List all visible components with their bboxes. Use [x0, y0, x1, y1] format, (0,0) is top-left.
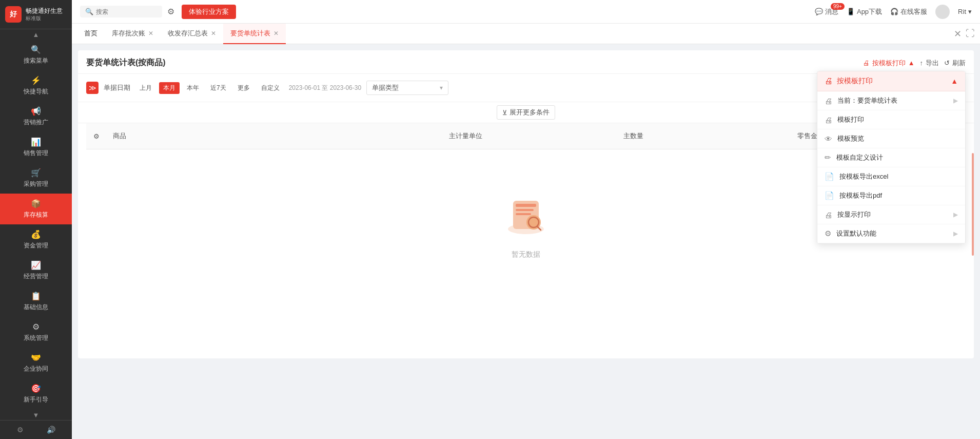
- sidebar-logo: 好 畅捷通好生意 标准版: [0, 0, 72, 29]
- date-btn-this-month[interactable]: 本月: [159, 82, 180, 94]
- sidebar: 好 畅捷通好生意 标准版 ▲ 🔍 搜索菜单 ⚡ 快捷导航 📢 营销推广 📊 销售…: [0, 0, 72, 439]
- topbar-search-box[interactable]: 🔍: [80, 6, 162, 17]
- sidebar-item-shortcut[interactable]: ⚡ 快捷导航: [0, 70, 72, 101]
- inventory-icon: 📦: [31, 199, 41, 208]
- topbar-username[interactable]: Rit ▾: [958, 8, 972, 15]
- sidebar-item-finance[interactable]: 💰 资金管理: [0, 224, 72, 255]
- template-print-item-label: 模板打印: [837, 115, 958, 124]
- sidebar-item-newbie[interactable]: 🎯 新手引导: [0, 378, 72, 409]
- tab-order-stat-close-icon[interactable]: ✕: [273, 30, 279, 37]
- sidebar-item-sales[interactable]: 📊 销售管理: [0, 132, 72, 163]
- sidebar-scroll-up[interactable]: ▲: [0, 29, 72, 40]
- date-options: 上月 本月 本年 近7天 更多 自定义 2023-06-01 至 2023-06…: [135, 82, 361, 94]
- tabs-close-icon[interactable]: ✕: [954, 28, 962, 40]
- topbar: 🔍 ⚙ 体验行业方案 💬 消息 99+ 📱 App下载 🎧 在线客服: [72, 0, 980, 24]
- topbar-app-download[interactable]: 📱 App下载: [847, 7, 882, 16]
- tab-receivable-summary[interactable]: 收发存汇总表 ✕: [161, 24, 223, 44]
- sidebar-item-purchase-label: 采购管理: [24, 180, 48, 188]
- sidebar-nav: 🔍 搜索菜单 ⚡ 快捷导航 📢 营销推广 📊 销售管理 🛒 采购管理 📦 库存核…: [0, 40, 72, 410]
- export-excel-icon: 📄: [825, 172, 834, 181]
- logo-title: 畅捷通好生意: [26, 7, 63, 15]
- sidebar-item-basic-info[interactable]: 📋 基础信息: [0, 286, 72, 317]
- dropdown-header: 🖨 按模板打印 ▲: [817, 71, 965, 91]
- dropdown-item-set-default[interactable]: ⚙ 设置默认功能 ▶: [817, 224, 965, 243]
- btn-export[interactable]: ↑ 导出: [920, 59, 939, 68]
- dropdown-chevron-up-icon[interactable]: ▲: [951, 77, 958, 85]
- sidebar-item-shortcut-label: 快捷导航: [24, 87, 48, 96]
- doc-type-chevron-icon: ▾: [440, 84, 443, 91]
- messages-icon: 💬: [815, 8, 823, 15]
- display-print-chevron-icon: ▶: [953, 211, 958, 218]
- sidebar-item-finance-label: 资金管理: [24, 241, 48, 250]
- logo-subtitle: 标准版: [26, 15, 63, 22]
- sidebar-item-purchase[interactable]: 🛒 采购管理: [0, 163, 72, 194]
- dropdown-item-current-template[interactable]: 🖨 当前：要货单统计表 ▶: [817, 91, 965, 110]
- sidebar-item-system[interactable]: ⚙ 系统管理: [0, 317, 72, 348]
- display-print-icon: 🖨: [825, 211, 832, 219]
- sidebar-item-inventory[interactable]: 📦 库存核算: [0, 194, 72, 224]
- table-header-product: 商品: [107, 127, 443, 145]
- date-btn-7days[interactable]: 近7天: [206, 82, 230, 94]
- tab-order-stat[interactable]: 要货单统计表 ✕: [223, 24, 286, 44]
- set-default-icon: ⚙: [825, 229, 831, 238]
- purchase-icon: 🛒: [31, 168, 41, 178]
- sidebar-settings-icon[interactable]: ⚙: [17, 426, 24, 434]
- dropdown-printer-icon: 🖨: [825, 77, 833, 86]
- table-header-gear[interactable]: ⚙: [86, 128, 107, 144]
- right-scrollbar[interactable]: [972, 153, 974, 256]
- sidebar-item-marketing[interactable]: 📢 营销推广: [0, 101, 72, 132]
- sidebar-item-collab-label: 企业协同: [24, 365, 48, 373]
- sidebar-item-operations-label: 经营管理: [24, 272, 48, 281]
- tabs-maximize-icon[interactable]: ⛶: [966, 28, 975, 39]
- filter-doc-type-select[interactable]: 单据类型 ▾: [366, 81, 448, 95]
- sidebar-item-collab[interactable]: 🤝 企业协同: [0, 348, 72, 378]
- tab-order-stat-label: 要货单统计表: [230, 29, 270, 38]
- date-btn-last-month[interactable]: 上月: [135, 82, 156, 94]
- sidebar-scroll-down[interactable]: ▼: [0, 410, 72, 420]
- topbar-online-service[interactable]: 🎧 在线客服: [890, 7, 927, 16]
- dropdown-item-export-pdf[interactable]: 📄 按模板导出pdf: [817, 186, 965, 205]
- dropdown-item-template-print[interactable]: 🖨 模板打印: [817, 110, 965, 129]
- sidebar-item-inventory-label: 库存核算: [24, 211, 48, 219]
- filter-expand-button[interactable]: ≫: [86, 82, 99, 94]
- topbar-messages[interactable]: 💬 消息 99+: [815, 7, 838, 16]
- topbar-gear-icon[interactable]: ⚙: [167, 7, 174, 16]
- set-default-chevron-icon: ▶: [953, 230, 958, 237]
- tab-home[interactable]: 首页: [77, 24, 105, 44]
- expand-more-chevron-icon: ⊻: [502, 109, 507, 117]
- dropdown-item-template-custom[interactable]: ✏ 模板自定义设计: [817, 148, 965, 167]
- svg-rect-4: [516, 213, 531, 215]
- tab-receivable-summary-close-icon[interactable]: ✕: [211, 30, 216, 37]
- template-preview-icon: 👁: [825, 135, 832, 143]
- template-print-label: 按模板打印: [872, 59, 906, 68]
- sidebar-item-search-label: 搜索菜单: [24, 56, 48, 65]
- date-btn-custom[interactable]: 自定义: [257, 82, 284, 94]
- date-btn-this-year[interactable]: 本年: [183, 82, 203, 94]
- topbar-avatar[interactable]: [935, 5, 950, 19]
- dropdown-item-template-preview[interactable]: 👁 模板预览: [817, 129, 965, 148]
- tab-inventory-batch-close-icon[interactable]: ✕: [148, 30, 153, 37]
- export-pdf-icon: 📄: [825, 191, 834, 200]
- refresh-label: 刷新: [952, 59, 966, 68]
- sidebar-bottom: ⚙ 🔊: [0, 420, 72, 439]
- btn-refresh[interactable]: ↺ 刷新: [944, 59, 966, 68]
- expand-more-button[interactable]: ⊻ 展开更多条件: [497, 105, 555, 120]
- logo-icon: 好: [5, 6, 22, 23]
- btn-template-print[interactable]: 🖨 按模板打印 ▲: [863, 59, 915, 68]
- marketing-icon: 📢: [31, 106, 41, 116]
- sidebar-item-operations[interactable]: 📈 经营管理: [0, 255, 72, 286]
- date-btn-more[interactable]: 更多: [233, 82, 254, 94]
- topbar-industry-button[interactable]: 体验行业方案: [182, 5, 236, 19]
- topbar-search-input[interactable]: [96, 8, 147, 15]
- svg-rect-3: [516, 209, 534, 211]
- dropdown-item-export-excel[interactable]: 📄 按模板导出excel: [817, 167, 965, 186]
- sidebar-sound-icon[interactable]: 🔊: [47, 426, 55, 434]
- page-title: 要货单统计表(按商品): [86, 58, 166, 68]
- sidebar-item-search[interactable]: 🔍 搜索菜单: [0, 40, 72, 70]
- user-avatar: [935, 5, 950, 19]
- dropdown-title: 按模板打印: [837, 77, 873, 86]
- tab-home-label: 首页: [84, 29, 97, 38]
- dropdown-item-display-print[interactable]: 🖨 按显示打印 ▶: [817, 205, 965, 224]
- topbar-search-icon: 🔍: [85, 8, 93, 15]
- tab-inventory-batch[interactable]: 库存批次账 ✕: [105, 24, 161, 44]
